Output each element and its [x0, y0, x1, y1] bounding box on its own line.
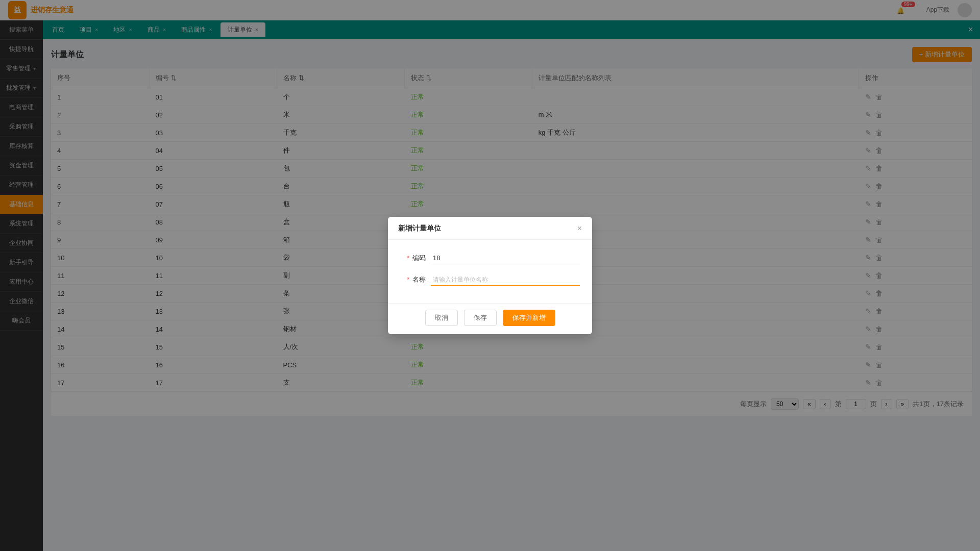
form-row-code: * 编码 — [400, 252, 580, 264]
save-button[interactable]: 保存 — [464, 310, 497, 326]
form-row-name: * 名称 — [400, 273, 580, 286]
code-label: * 编码 — [400, 254, 431, 263]
code-required: * — [407, 254, 409, 262]
cancel-button[interactable]: 取消 — [425, 310, 458, 326]
modal-body: * 编码 * 名称 — [388, 240, 592, 303]
modal-header: 新增计量单位 × — [388, 217, 592, 240]
save-and-new-button[interactable]: 保存并新增 — [503, 310, 555, 326]
name-input[interactable] — [431, 273, 580, 286]
name-label: * 名称 — [400, 275, 431, 284]
modal-close-btn[interactable]: × — [577, 224, 582, 233]
name-required: * — [407, 276, 409, 283]
code-input[interactable] — [431, 252, 580, 264]
modal-overlay[interactable]: 新增计量单位 × * 编码 * 名称 取消 保存 保存并新增 — [0, 0, 980, 551]
add-unit-modal: 新增计量单位 × * 编码 * 名称 取消 保存 保存并新增 — [388, 217, 592, 334]
modal-title: 新增计量单位 — [398, 224, 441, 233]
modal-footer: 取消 保存 保存并新增 — [388, 303, 592, 334]
